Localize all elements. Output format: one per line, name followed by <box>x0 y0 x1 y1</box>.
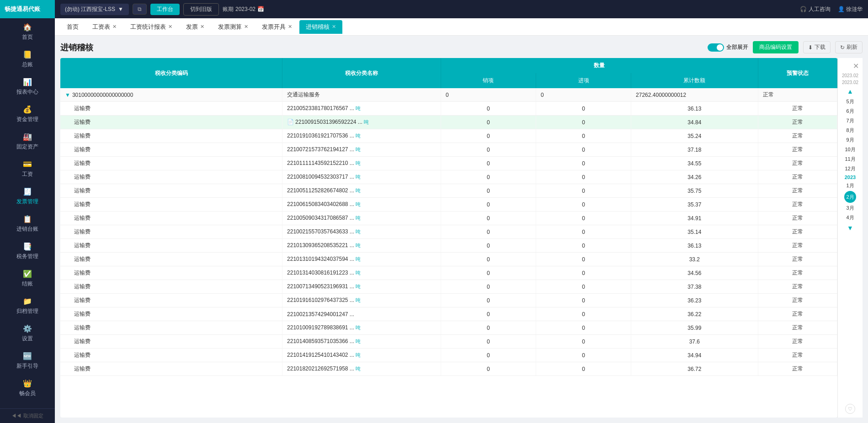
item-total-cell: 35.24 <box>631 129 758 143</box>
user-menu[interactable]: 👤 徐涟华 <box>838 5 863 13</box>
sidebar-item-home[interactable]: 🏠首页 <box>0 18 55 46</box>
item-sales-cell: 0 <box>441 349 536 362</box>
month-6[interactable]: 6月 <box>838 106 863 116</box>
unit-label: 吨 <box>356 174 361 180</box>
sidebar-item-salary[interactable]: 💳工资 <box>0 155 55 183</box>
item-status-cell: 正常 <box>758 129 837 143</box>
item-status-cell: 正常 <box>758 253 837 266</box>
sidebar-item-assets[interactable]: 🏭固定资产 <box>0 128 55 155</box>
tab-label-invoice-open: 发票开具 <box>262 23 286 31</box>
close-panel-button[interactable]: ✕ <box>838 60 863 72</box>
tab-label-salary: 工资表 <box>92 23 110 31</box>
item-sales-cell: 0 <box>441 266 536 280</box>
switch-version-button[interactable]: 切到旧版 <box>183 3 219 16</box>
product-code-settings-button[interactable]: 商品编码设置 <box>753 41 799 53</box>
table-row: 运输费 22100810094532303717 ... 吨 0 0 34.26… <box>60 170 837 184</box>
tab-salary-stat[interactable]: 工资统计报表✕ <box>124 20 179 34</box>
download-button[interactable]: ⬇ 下载 <box>803 41 831 53</box>
sidebar-item-archive[interactable]: 📁归档管理 <box>0 292 55 320</box>
tab-close-invoice-calc[interactable]: ✕ <box>244 24 248 30</box>
unit-label: 吨 <box>356 106 361 111</box>
col-tax-name-header: 税收分类名称 <box>282 58 441 88</box>
table-row: 运输费 22101419125410143402 ... 吨 0 0 34.94… <box>60 349 837 362</box>
item-name-cell: 运输费 <box>60 280 282 294</box>
item-invoice-cell: 22101408593571035366 ... 吨 <box>282 335 441 349</box>
tab-invoice-calc[interactable]: 发票测算✕ <box>212 20 255 34</box>
item-total-cell: 35.99 <box>631 321 758 335</box>
month-8[interactable]: 8月 <box>838 126 863 135</box>
tab-label-home: 首页 <box>67 23 79 31</box>
item-sales-cell: 0 <box>441 321 536 335</box>
item-total-cell: 36.23 <box>631 294 758 307</box>
month-3[interactable]: 3月 <box>838 203 863 213</box>
tab-close-reconcile[interactable]: ✕ <box>332 24 336 30</box>
period-text: 账期 <box>223 5 234 13</box>
item-invoice-cell: 22101310194324037594 ... 吨 <box>282 253 441 266</box>
heart-icon[interactable]: ♡ <box>845 404 855 414</box>
table-row: 运输费 22100215570357643633 ... 吨 0 0 35.14… <box>60 225 837 239</box>
tab-reconcile[interactable]: 进销稽核✕ <box>299 20 342 34</box>
item-status-cell: 正常 <box>758 184 837 198</box>
company-selector[interactable]: (勿动) 江西报宝-LSS ▼ <box>60 4 129 15</box>
refresh-button[interactable]: ↻ 刷新 <box>835 41 863 53</box>
expand-toggle[interactable] <box>708 43 724 52</box>
table-row: 运输费 22100713490523196931 ... 吨 0 0 37.38… <box>60 280 837 294</box>
month-5[interactable]: 5月 <box>838 97 863 106</box>
tab-invoice[interactable]: 发票✕ <box>180 20 211 34</box>
item-sales-cell: 0 <box>441 129 536 143</box>
col-total-header: 累计数额 <box>631 73 758 88</box>
tab-invoice-open[interactable]: 发票开具✕ <box>256 20 298 34</box>
tab-salary[interactable]: 工资表✕ <box>86 20 123 34</box>
item-purchase-cell: 0 <box>536 129 631 143</box>
month-10[interactable]: 10月 <box>838 145 863 154</box>
unpin-button[interactable]: ◀◀ 取消固定 <box>0 408 55 423</box>
support-button[interactable]: 🎧 人工咨询 <box>800 5 830 13</box>
month-9[interactable]: 9月 <box>838 135 863 145</box>
tab-home[interactable]: 首页 <box>60 20 85 34</box>
tab-label-reconcile: 进销稽核 <box>306 23 330 31</box>
item-invoice-cell: 22101314030816191223 ... 吨 <box>282 266 441 280</box>
tab-close-salary-stat[interactable]: ✕ <box>168 24 172 30</box>
col-sales-header: 销项 <box>441 73 536 88</box>
item-sales-cell: 0 <box>441 184 536 198</box>
item-purchase-cell: 0 <box>536 266 631 280</box>
tab-close-invoice-open[interactable]: ✕ <box>288 24 292 30</box>
sidebar-item-sales-ledger[interactable]: 📋进销台账 <box>0 210 55 238</box>
sidebar-item-guide[interactable]: 🆕新手引导 <box>0 347 55 375</box>
sidebar-item-settings[interactable]: ⚙️设置 <box>0 320 55 347</box>
sidebar-item-settle[interactable]: ✅结账 <box>0 265 55 292</box>
copy-button[interactable]: ⧉ <box>133 4 147 15</box>
month-1[interactable]: 1月 <box>838 181 863 190</box>
sidebar-label-reports: 报表中心 <box>16 88 38 96</box>
month-4[interactable]: 4月 <box>838 213 863 222</box>
item-purchase-cell: 0 <box>536 253 631 266</box>
sidebar-label-guide: 新手引导 <box>16 362 38 370</box>
period-value: 2023-02 <box>235 6 256 12</box>
sidebar-label-home: 首页 <box>22 33 33 41</box>
month-11[interactable]: 11月 <box>838 154 863 164</box>
collapse-icon[interactable]: ▼ <box>65 92 70 98</box>
item-name-cell: 运输费 <box>60 362 282 376</box>
month-7[interactable]: 7月 <box>838 116 863 126</box>
calendar-icon[interactable]: 📅 <box>257 6 264 12</box>
tab-close-salary[interactable]: ✕ <box>112 24 117 30</box>
month-2-active[interactable]: 2月 <box>838 190 863 203</box>
month-12[interactable]: 12月 <box>838 164 863 174</box>
workbench-button[interactable]: 工作台 <box>150 4 180 15</box>
item-total-cell: 37.18 <box>631 143 758 157</box>
tab-close-invoice[interactable]: ✕ <box>200 24 204 30</box>
item-purchase-cell: 0 <box>536 335 631 349</box>
table-row: 运输费 22101309365208535221 ... 吨 0 0 36.13… <box>60 239 837 253</box>
panel-down-arrow[interactable]: ▼ <box>838 222 863 233</box>
item-status-cell: 正常 <box>758 335 837 349</box>
sidebar-item-member[interactable]: 👑畅会员 <box>0 375 55 402</box>
sidebar-item-funds[interactable]: 💰资金管理 <box>0 100 55 128</box>
sidebar-item-invoice-mgmt[interactable]: 🧾发票管理 <box>0 183 55 210</box>
item-invoice-cell: 22100713490523196931 ... 吨 <box>282 280 441 294</box>
sidebar-item-tax[interactable]: 📑税务管理 <box>0 238 55 265</box>
panel-up-arrow[interactable]: ▲ <box>838 86 863 97</box>
sidebar-item-reports[interactable]: 📊报表中心 <box>0 73 55 100</box>
right-panel: ✕ 2023.02 2023.02 ▲ 5月 6月 7月 8月 9月 10月 1… <box>837 58 863 418</box>
item-invoice-cell: 22100615083403402688 ... 吨 <box>282 198 441 212</box>
sidebar-item-ledger[interactable]: 📒总账 <box>0 46 55 73</box>
